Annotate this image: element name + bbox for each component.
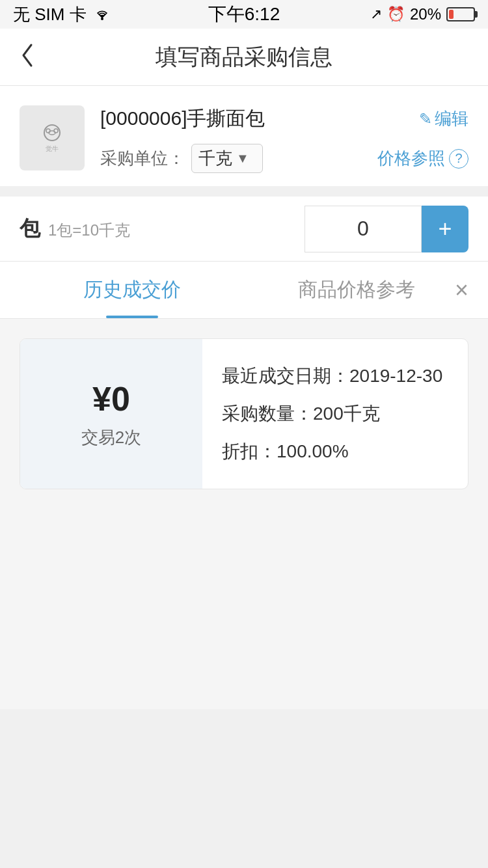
unit-selector-group: 采购单位： 千克 ▼: [100, 144, 263, 173]
tab-price-ref-label: 商品价格参考: [298, 277, 415, 303]
price-symbol: ¥: [92, 380, 111, 418]
edit-button[interactable]: ✎ 编辑: [419, 107, 468, 130]
product-name-row: [0000006]手撕面包 ✎ 编辑: [100, 105, 468, 132]
quantity-plus-button[interactable]: +: [422, 206, 468, 252]
wifi-icon: [93, 5, 111, 25]
tabs-container: 历史成交价 商品价格参考 ×: [0, 262, 488, 319]
product-image: 觉牛: [20, 105, 85, 170]
recent-date-value: 2019-12-30: [349, 366, 442, 386]
alarm-icon: ⏰: [387, 6, 405, 23]
quantity-row: 包 1包=10千克 0 +: [0, 197, 488, 262]
discount-label: 折扣：: [222, 441, 277, 461]
plus-icon: +: [438, 215, 452, 243]
svg-text:觉牛: 觉牛: [46, 145, 59, 152]
price-ref-label: 价格参照: [377, 147, 445, 170]
quantity-detail-row: 采购数量：200千克: [222, 400, 448, 427]
svg-point-0: [101, 18, 103, 20]
quantity-left: 包 1包=10千克: [20, 215, 130, 243]
product-name: [0000006]手撕面包: [100, 105, 265, 132]
battery-icon: [446, 7, 475, 21]
status-right: ↗ ⏰ 20%: [370, 5, 475, 23]
recent-date-row: 最近成交日期：2019-12-30: [222, 362, 448, 390]
carrier-label: 无 SIM 卡: [13, 3, 87, 26]
page-title: 填写商品采购信息: [156, 42, 332, 72]
battery-percent: 20%: [410, 5, 441, 23]
price-value: 0: [111, 380, 130, 418]
question-icon: ?: [449, 149, 468, 169]
location-icon: ↗: [370, 6, 382, 23]
quantity-conversion: 1包=10千克: [48, 220, 130, 241]
edit-icon: ✎: [419, 110, 432, 128]
transaction-count: 交易2次: [81, 426, 141, 449]
product-info: [0000006]手撕面包 ✎ 编辑 采购单位： 千克 ▼ 价格参照 ?: [100, 105, 468, 173]
transaction-left-panel: ¥0 交易2次: [20, 339, 202, 489]
product-card: 觉牛 [0000006]手撕面包 ✎ 编辑 采购单位： 千克 ▼ 价格参照 ?: [0, 86, 488, 186]
svg-point-3: [54, 129, 58, 133]
purchase-unit-row: 采购单位： 千克 ▼ 价格参照 ?: [100, 144, 468, 173]
main-content: ¥0 交易2次 最近成交日期：2019-12-30 采购数量：200千克 折扣：…: [0, 319, 488, 709]
purchase-unit-label: 采购单位：: [100, 147, 185, 170]
quantity-unit: 包: [20, 215, 40, 243]
svg-point-2: [46, 129, 50, 133]
quantity-detail-label: 采购数量：: [222, 403, 313, 424]
quantity-controls: 0 +: [305, 206, 468, 252]
quantity-input[interactable]: 0: [305, 206, 422, 252]
discount-row: 折扣：100.00%: [222, 438, 448, 465]
status-left: 无 SIM 卡: [13, 3, 111, 26]
recent-date-label: 最近成交日期：: [222, 366, 349, 386]
transaction-right-panel: 最近成交日期：2019-12-30 采购数量：200千克 折扣：100.00%: [202, 339, 468, 489]
tab-active-indicator: [106, 316, 158, 318]
dropdown-arrow-icon: ▼: [236, 151, 249, 166]
quantity-value: 0: [357, 217, 369, 241]
svg-point-4: [49, 131, 55, 135]
unit-value: 千克: [198, 147, 232, 170]
unit-select[interactable]: 千克 ▼: [191, 144, 263, 173]
edit-label: 编辑: [435, 107, 468, 130]
tab-product-price-ref[interactable]: 商品价格参考: [244, 262, 468, 318]
nav-bar: 填写商品采购信息: [0, 29, 488, 86]
tab-history-label: 历史成交价: [83, 277, 181, 303]
close-button[interactable]: ×: [455, 278, 468, 302]
status-bar: 无 SIM 卡 下午6:12 ↗ ⏰ 20%: [0, 0, 488, 29]
transaction-price: ¥0: [92, 379, 130, 419]
status-time: 下午6:12: [208, 2, 280, 27]
section-divider: [0, 186, 488, 197]
price-ref-button[interactable]: 价格参照 ?: [377, 147, 468, 170]
quantity-detail-value: 200千克: [313, 403, 380, 424]
discount-value: 100.00%: [277, 441, 349, 461]
back-button[interactable]: [20, 36, 42, 79]
transaction-card: ¥0 交易2次 最近成交日期：2019-12-30 采购数量：200千克 折扣：…: [20, 338, 468, 489]
tab-history-price[interactable]: 历史成交价: [20, 262, 244, 318]
svg-point-1: [44, 125, 60, 141]
